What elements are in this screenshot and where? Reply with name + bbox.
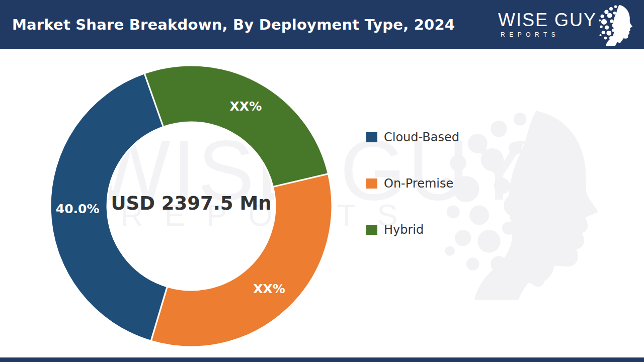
legend-item-on-premise: On-Premise — [366, 176, 459, 191]
slice-label-hybrid: XX% — [230, 99, 262, 114]
watermark-head-icon — [442, 102, 605, 302]
logo-wordmark-line2: REPORTS — [498, 31, 597, 38]
legend-label-hybrid: Hybrid — [384, 223, 424, 237]
logo: WISE GUY REPORTS — [498, 4, 634, 46]
donut-center-label: USD 2397.5 Mn — [91, 193, 292, 214]
legend-swatch-cloud-based — [366, 132, 377, 142]
page-title: Market Share Breakdown, By Deployment Ty… — [12, 16, 455, 33]
donut-segment-hybrid — [144, 65, 329, 187]
legend-swatch-hybrid — [366, 225, 377, 235]
legend-label-cloud-based: Cloud-Based — [384, 130, 459, 144]
logo-head-icon — [599, 4, 634, 46]
legend-label-on-premise: On-Premise — [384, 176, 453, 191]
chart-area: WISE GUY REPORTS XX%XX%40.0% USD 2397.5 … — [0, 49, 644, 357]
legend: Cloud-Based On-Premise Hybrid — [366, 130, 459, 237]
slice-label-on-premise: XX% — [253, 282, 285, 296]
legend-item-hybrid: Hybrid — [366, 223, 459, 237]
logo-wordmark-line1: WISE GUY — [498, 11, 597, 29]
footer-bar — [0, 357, 644, 362]
header: Market Share Breakdown, By Deployment Ty… — [0, 0, 644, 49]
legend-item-cloud-based: Cloud-Based — [366, 130, 459, 144]
logo-wordmark: WISE GUY REPORTS — [498, 11, 597, 38]
legend-swatch-on-premise — [366, 178, 377, 189]
